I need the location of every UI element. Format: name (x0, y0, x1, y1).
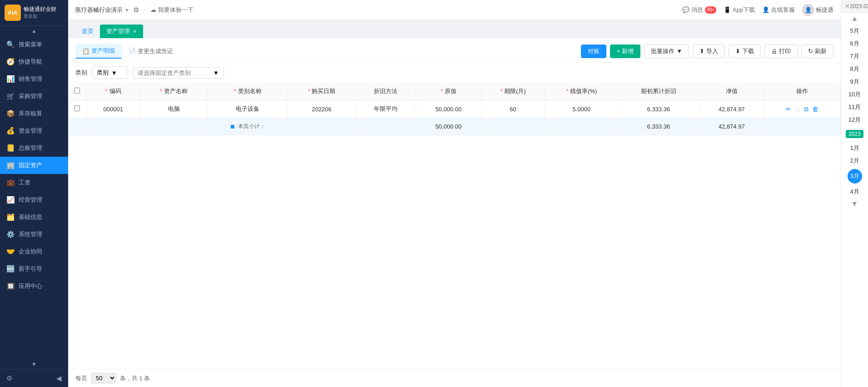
system-icon: ⚙️ (6, 230, 15, 238)
basic-icon: 🗂️ (6, 213, 15, 221)
total-text: 条，共 1 条 (120, 374, 150, 382)
sidebar-item-operations[interactable]: 📈 经营管理 (0, 191, 68, 208)
sidebar-item-salary[interactable]: 💼 工资 (0, 174, 68, 191)
tab-assets[interactable]: 资产管理 ✕ (100, 25, 143, 38)
sidebar-item-ledger[interactable]: 📒 总账管理 (0, 139, 68, 157)
calendar-month-2[interactable]: 2月 (841, 154, 868, 167)
settings-gear-icon[interactable]: ⚙ (133, 6, 139, 14)
collapse-icon[interactable]: ◀ (56, 374, 62, 382)
print-label: 打印 (779, 47, 791, 55)
experience-button[interactable]: ☁ 我要体验一下 (150, 6, 193, 14)
sidebar-item-label: 工资 (19, 179, 30, 187)
sidebar-item-label: 库存核算 (19, 109, 42, 118)
copy-icon[interactable]: ⧉ (804, 105, 808, 113)
sidebar-item-finance[interactable]: 💰 资金管理 (0, 122, 68, 139)
import-icon: ⬆ (699, 48, 704, 55)
category-type-select[interactable]: 类别 ▼ (92, 66, 128, 79)
user-info[interactable]: 👤 畅捷通 (802, 4, 833, 16)
per-page-select[interactable]: 50 10 20 100 (91, 373, 116, 383)
sidebar-item-inventory[interactable]: 📦 库存核算 (0, 105, 68, 122)
print-button[interactable]: 🖨 打印 (764, 45, 798, 58)
sidebar-item-basic[interactable]: 🗂️ 基础信息 (0, 208, 68, 226)
calendar-month-9[interactable]: 9月 (841, 75, 868, 88)
calendar-month-11[interactable]: 11月 (841, 101, 868, 114)
header-checkbox[interactable] (68, 83, 86, 100)
year-2023-label[interactable]: 2023 (846, 130, 863, 138)
download-label: 下载 (742, 47, 754, 55)
select-all-checkbox[interactable] (74, 88, 80, 94)
right-panel: ✕ 2023.03 ⛶ ▲ 5月 6月 7月 8月 9月 10月 11月 12月… (841, 0, 868, 387)
header-period: * 期限(月) (481, 83, 545, 100)
sidebar-item-label: 搜索菜单 (19, 40, 42, 49)
calendar-month-8[interactable]: 8月 (841, 63, 868, 75)
calendar-month-12[interactable]: 12月 (841, 114, 868, 126)
delete-icon[interactable]: 🗑 (812, 105, 818, 113)
row-checkbox[interactable] (74, 105, 80, 111)
message-button[interactable]: 💬 消息 99+ (682, 6, 716, 14)
calendar-month-10[interactable]: 10月 (841, 88, 868, 101)
finance-icon: 💰 (6, 127, 15, 135)
import-button[interactable]: ⬆ 导入 (693, 45, 725, 58)
header-category: * 类别名称 (208, 83, 288, 100)
depreciate-icon[interactable]: ◻ (795, 105, 800, 113)
toolbar-tab-detail[interactable]: 📋 资产明细 (75, 44, 122, 59)
calendar-month-5[interactable]: 5月 (841, 25, 868, 37)
category-select-value: 类别 (97, 69, 109, 77)
sidebar-item-cooperation[interactable]: 🤝 企业协同 (0, 243, 68, 260)
search-icon: 🔍 (6, 40, 15, 49)
sidebar-item-label: 总账管理 (19, 144, 42, 152)
calendar-month-4[interactable]: 4月 (841, 185, 868, 198)
sidebar-scroll-down[interactable]: ▼ (0, 359, 68, 369)
calendar-down-nav[interactable]: ▼ (841, 198, 868, 210)
cooperation-icon: 🤝 (6, 248, 15, 256)
sidebar-item-system[interactable]: ⚙️ 系统管理 (0, 226, 68, 243)
download-icon2: ⬇ (735, 48, 740, 55)
settings-icon[interactable]: ⚙ (6, 374, 12, 382)
online-service-button[interactable]: 👤 在线客服 (762, 6, 795, 14)
company-name: 医疗器械行业演示 (75, 6, 123, 14)
sidebar-item-purchase[interactable]: 🛒 采购管理 (0, 88, 68, 105)
subtotal-original: 50,000.00 (416, 118, 481, 135)
duizhang-button[interactable]: 对账 (581, 45, 606, 58)
sidebar-item-quicknav[interactable]: 🧭 快捷导航 (0, 53, 68, 70)
tab-assets-label: 资产管理 (106, 27, 130, 35)
calendar-month-7[interactable]: 7月 (841, 50, 868, 63)
calendar-up-nav[interactable]: ▲ (841, 13, 868, 25)
sidebar-item-search[interactable]: 🔍 搜索菜单 (0, 36, 68, 53)
sidebar-item-label: 采购管理 (19, 92, 42, 100)
operations-icon: 📈 (6, 196, 15, 204)
tab-home-label: 首页 (82, 28, 94, 35)
category-search-input[interactable] (138, 69, 210, 76)
sidebar-item-guide[interactable]: 🆕 新手引导 (0, 260, 68, 278)
salary-icon: 💼 (6, 179, 15, 187)
topbar-right: 💬 消息 99+ 📱 App下载 👤 在线客服 👤 畅捷通 (682, 4, 833, 16)
add-button[interactable]: + 新增 (610, 45, 640, 58)
download-button[interactable]: ⬇ 下载 (729, 45, 761, 58)
toolbar-tab-voucher[interactable]: 📄 变更生成凭证 (122, 44, 180, 59)
refresh-button[interactable]: ↻ 刷新 (801, 45, 833, 58)
calendar-month-6[interactable]: 6月 (841, 37, 868, 50)
duizhang-label: 对账 (588, 47, 600, 55)
calendar-month-3-current[interactable]: 3月 (848, 169, 862, 184)
tab-home[interactable]: 首页 (75, 25, 100, 38)
company-selector[interactable]: 医疗器械行业演示 ▼ (75, 6, 129, 14)
sidebar-item-appstore[interactable]: 🔲 应用中心 (0, 278, 68, 295)
service-icon: 👤 (762, 6, 769, 13)
topbar-divider (144, 5, 145, 15)
sidebar-item-label: 快捷导航 (19, 58, 42, 66)
content-area: 📋 资产明细 📄 变更生成凭证 对账 + 新增 批量操作 ▼ (68, 38, 841, 387)
edit-icon[interactable]: ✏ (786, 105, 791, 113)
tab-close-icon[interactable]: ✕ (133, 29, 137, 35)
header-code: * 编码 (86, 83, 140, 100)
logo-icon: AtA (5, 5, 21, 21)
right-panel-close-icon[interactable]: ✕ (845, 3, 850, 10)
header-action: 操作 (764, 83, 840, 100)
app-download-button[interactable]: 📱 App下载 (724, 6, 755, 14)
row-checkbox-cell[interactable] (68, 100, 86, 118)
sidebar-scroll-up[interactable]: ▲ (0, 26, 68, 36)
calendar-month-1[interactable]: 1月 (841, 142, 868, 154)
sidebar-item-sales[interactable]: 📊 销售管理 (0, 70, 68, 88)
sidebar-item-assets[interactable]: 🏢 固定资产 (0, 157, 68, 174)
category-search-input-wrap[interactable]: ▼ (133, 67, 224, 79)
batch-button[interactable]: 批量操作 ▼ (644, 45, 689, 58)
